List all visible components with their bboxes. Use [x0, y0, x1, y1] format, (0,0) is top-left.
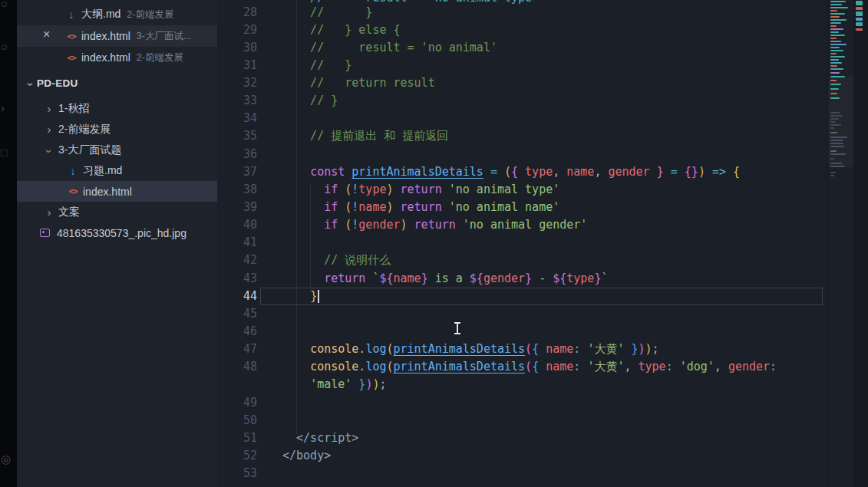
minimap-mark: [830, 118, 839, 120]
minimap-mark: [830, 4, 842, 5]
vscode-window: ○○›□◎ ↓大纲.md2-前端发展×<>index.html3-大厂面试...…: [0, 0, 868, 487]
line-content: return `${name} is a ${gender} - ${type}…: [257, 270, 827, 288]
minimap-mark: [830, 97, 840, 99]
code-line[interactable]: 33 // }: [217, 92, 827, 110]
minimap-mark: [830, 44, 847, 45]
line-number: 37: [217, 163, 257, 181]
close-icon[interactable]: ×: [43, 28, 50, 41]
line-content: const printAnimalsDetails = ({ type, nam…: [257, 163, 827, 181]
code-line[interactable]: 32 // return result: [217, 74, 827, 92]
minimap-mark: [830, 132, 837, 133]
tree-item-folder[interactable]: ›文案: [17, 202, 217, 222]
tree-item-file[interactable]: 481635330573_.pic_hd.jpg: [17, 222, 217, 243]
line-number: 52: [217, 447, 257, 465]
line-content: [257, 412, 827, 429]
line-content: if (!type) return 'no animal type': [257, 181, 827, 199]
minimap-mark: [830, 68, 843, 70]
line-content: [257, 110, 827, 127]
line-content: console.log(printAnimalsDetails({ name: …: [257, 358, 827, 376]
line-number: 48: [217, 358, 257, 376]
code-line[interactable]: 44 }: [217, 288, 827, 305]
tree-item-label: 2-前端发展: [58, 123, 111, 137]
chevron-icon: ›: [43, 123, 55, 136]
minimap-mark: [830, 56, 845, 58]
line-number: 33: [217, 92, 257, 110]
line-number: [217, 376, 257, 393]
extensions-icon[interactable]: □: [1, 146, 8, 160]
line-number: 49: [217, 394, 257, 412]
minimap-mark: [830, 31, 839, 33]
minimap[interactable]: [827, 0, 853, 487]
line-number: 42: [217, 252, 257, 269]
line-content: // result = 'no animal': [257, 39, 827, 57]
explorer-root-header[interactable]: › PD-EDU: [17, 73, 217, 93]
code-line[interactable]: 35 // 提前退出 和 提前返回: [217, 127, 827, 145]
account-icon[interactable]: ○: [1, 0, 8, 11]
code-line[interactable]: 43 return `${name} is a ${gender} - ${ty…: [217, 270, 827, 288]
code-line[interactable]: 48 console.log(printAnimalsDetails({ nam…: [217, 358, 827, 376]
minimap-mark: [830, 59, 839, 61]
code-lines: 28 // }29 // } else {30 // result = 'no …: [217, 4, 827, 483]
minimap-mark: [830, 127, 834, 129]
run-icon[interactable]: ›: [1, 101, 5, 115]
minimap-mark: [830, 1, 846, 2]
code-line[interactable]: 51 </script>: [217, 429, 827, 447]
code-line[interactable]: 53: [217, 465, 827, 482]
open-editor-item[interactable]: ×<>index.html3-大厂面试...: [17, 25, 217, 47]
code-line[interactable]: 'male' }));: [217, 376, 827, 393]
code-line[interactable]: 29 // } else {: [217, 21, 827, 39]
chevron-down-icon: ›: [25, 78, 38, 90]
code-line[interactable]: 28 // }: [217, 4, 827, 21]
code-line[interactable]: 45: [217, 305, 827, 323]
code-line[interactable]: 46: [217, 323, 827, 341]
scrollbar-track[interactable]: [853, 0, 868, 487]
activity-bar[interactable]: ○○›□◎: [0, 0, 17, 487]
code-line[interactable]: 50: [217, 412, 827, 429]
code-line[interactable]: 36: [217, 146, 827, 163]
minimap-mark: [830, 22, 841, 24]
line-content: if (!gender) return 'no animal gender': [257, 216, 827, 234]
tree-item-folder[interactable]: ›3-大厂面试题: [17, 140, 217, 160]
code-line[interactable]: 47 console.log(printAnimalsDetails({ nam…: [217, 341, 827, 358]
minimap-mark: [830, 62, 842, 64]
code-line[interactable]: 49: [217, 394, 827, 412]
markdown-file-icon: ↓: [66, 165, 80, 177]
line-number: 40: [217, 216, 257, 234]
tree-item-folder[interactable]: ›2-前端发展: [17, 119, 217, 140]
line-number: 47: [217, 341, 257, 358]
open-editor-item[interactable]: <>index.html2-前端发展: [17, 47, 217, 68]
overview-ruler-mark: [856, 7, 863, 10]
root-folder-name: PD-EDU: [37, 77, 78, 89]
code-line[interactable]: 34: [217, 110, 827, 127]
code-line[interactable]: 40 if (!gender) return 'no animal gender…: [217, 216, 827, 234]
tree-item-file[interactable]: ↓习题.md: [17, 160, 217, 181]
settings-gear-icon[interactable]: ◎: [1, 452, 11, 466]
minimap-mark: [830, 10, 837, 12]
minimap-mark: [830, 50, 843, 51]
minimap-mark: [830, 13, 845, 15]
line-content: [257, 323, 827, 341]
open-editor-item[interactable]: ↓大纲.md2-前端发展: [17, 4, 217, 25]
chevron-icon: ›: [43, 145, 56, 157]
code-line[interactable]: 37 const printAnimalsDetails = ({ type, …: [217, 163, 827, 181]
code-line[interactable]: 52</body>: [217, 447, 827, 465]
line-number: 53: [217, 465, 257, 482]
markdown-file-icon: ↓: [64, 8, 78, 21]
minimap-mark: [830, 25, 837, 27]
code-line[interactable]: 39 if (!name) return 'no animal name': [217, 199, 827, 216]
minimap-mark: [830, 7, 848, 8]
line-content: // return result: [257, 74, 827, 92]
line-number: 32: [217, 74, 257, 92]
code-line[interactable]: 30 // result = 'no animal': [217, 39, 827, 57]
code-line[interactable]: 38 if (!type) return 'no animal type': [217, 181, 827, 199]
minimap-mark: [830, 65, 837, 67]
code-line[interactable]: 41: [217, 234, 827, 252]
code-line[interactable]: 42 // 说明什么: [217, 252, 827, 269]
tree-item-file[interactable]: <>index.html: [17, 181, 217, 202]
line-content: // }: [257, 57, 827, 74]
html-file-icon: <>: [66, 186, 80, 196]
search-icon[interactable]: ○: [1, 40, 8, 54]
code-line[interactable]: 31 // }: [217, 57, 827, 74]
tree-item-folder[interactable]: ›1-秋招: [17, 98, 217, 119]
minimap-mark: [830, 140, 843, 141]
